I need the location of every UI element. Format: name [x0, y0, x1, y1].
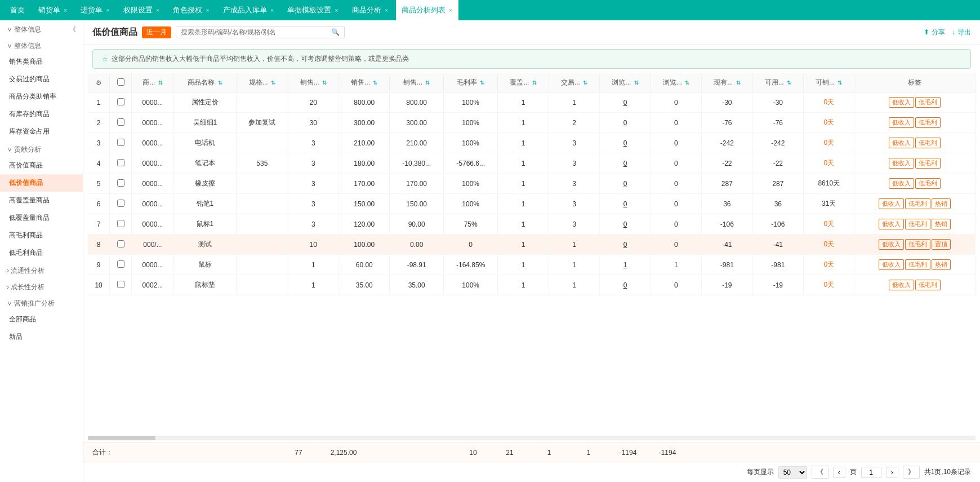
row-checkbox[interactable]: [117, 98, 124, 105]
col-sale3: 销售... ⇅: [390, 73, 443, 92]
sidebar-item-高毛利商品[interactable]: 高毛利商品: [0, 227, 83, 244]
row-checkbox[interactable]: [117, 240, 124, 247]
tag-badge: 低毛利: [915, 158, 941, 169]
cell-sale3: 210.00: [390, 133, 443, 153]
sidebar-item-库存资金占用[interactable]: 库存资金占用: [0, 123, 83, 140]
tag-badge: 低毛利: [905, 198, 930, 209]
cell-browse2: 0: [651, 214, 701, 235]
last-page-button[interactable]: 》: [903, 466, 920, 479]
page-number-input[interactable]: [861, 467, 881, 478]
sidebar-item-高覆盖量商品[interactable]: 高覆盖量商品: [0, 192, 83, 209]
cell-checkbox[interactable]: [110, 275, 132, 295]
sidebar-item-低覆盖量商品[interactable]: 低覆盖量商品: [0, 209, 83, 227]
select-all-checkbox[interactable]: [117, 78, 124, 86]
close-icon[interactable]: ×: [156, 7, 159, 14]
time-tag[interactable]: 近一月: [142, 26, 171, 38]
cell-checkbox[interactable]: [110, 133, 132, 153]
row-checkbox[interactable]: [117, 220, 124, 227]
sidebar-group-整体信息[interactable]: ∨ 整体信息: [0, 37, 83, 53]
pagination-bar: 每页显示 50 100 200 《 ‹ 页 › 》 共1页,10条记录: [83, 462, 980, 482]
cell-sale1: 3: [288, 214, 338, 235]
tag-badge: 低毛利: [915, 97, 941, 108]
sidebar-group-整体信息[interactable]: ∨ 整体信息 《: [0, 20, 83, 37]
cell-browse2: 0: [651, 133, 701, 153]
cell-saleable: 8610天: [804, 174, 854, 194]
sidebar-item-有库存的商品[interactable]: 有库存的商品: [0, 105, 83, 123]
sidebar-item-低价值商品[interactable]: 低价值商品: [0, 174, 83, 192]
nav-item-权限设置[interactable]: 权限设置×: [118, 0, 165, 20]
cell-code: 0002...: [132, 275, 174, 295]
cell-checkbox[interactable]: [110, 214, 132, 235]
cell-cover: 1: [498, 174, 549, 194]
sidebar: ∨ 整体信息 《 ∨ 整体信息销售类商品交易过的商品商品分类助销率有库存的商品库…: [0, 20, 83, 482]
sidebar-item-低毛利商品[interactable]: 低毛利商品: [0, 244, 83, 262]
prev-page-button[interactable]: ‹: [833, 467, 845, 478]
nav-item-首页[interactable]: 首页: [5, 0, 30, 20]
horizontal-scrollbar[interactable]: [88, 436, 975, 440]
row-checkbox[interactable]: [117, 281, 124, 288]
nav-item-角色授权[interactable]: 角色授权×: [167, 0, 215, 20]
scrollbar-thumb[interactable]: [88, 436, 155, 440]
close-icon[interactable]: ×: [385, 7, 388, 14]
tag-badge: 热销: [932, 259, 951, 270]
close-icon[interactable]: ×: [64, 7, 67, 14]
tag-badge: 低毛利: [915, 280, 941, 290]
cell-checkbox[interactable]: [110, 255, 132, 275]
col-spec: 规格... ⇅: [237, 73, 288, 92]
sidebar-group-营销推广分析[interactable]: ∨ 营销推广分析: [0, 294, 83, 311]
sidebar-item-交易过的商品[interactable]: 交易过的商品: [0, 70, 83, 88]
cell-sale3: 35.00: [390, 275, 443, 295]
nav-item-商品分析列表[interactable]: 商品分析列表×: [396, 0, 458, 20]
cell-current: 36: [702, 194, 752, 214]
nav-item-进货单[interactable]: 进货单×: [75, 0, 115, 20]
share-button[interactable]: ⬆ 分享: [924, 28, 945, 37]
page-size-select[interactable]: 50 100 200: [778, 466, 807, 479]
cell-name: 笔记本: [173, 153, 236, 174]
row-checkbox[interactable]: [117, 139, 124, 146]
sidebar-group-流通性分析[interactable]: › 流通性分析: [0, 262, 83, 278]
close-icon[interactable]: ×: [335, 7, 338, 14]
search-box[interactable]: 🔍: [176, 26, 345, 38]
col-tags: 标签: [854, 73, 975, 92]
close-icon[interactable]: ×: [206, 7, 209, 14]
nav-item-产成品入库单[interactable]: 产成品入库单×: [217, 0, 279, 20]
cell-spec: [237, 194, 288, 214]
cell-browse1[interactable]: 1: [600, 255, 651, 275]
nav-item-销货单[interactable]: 销货单×: [33, 0, 73, 20]
sidebar-item-全部商品[interactable]: 全部商品: [0, 311, 83, 328]
close-icon[interactable]: ×: [449, 7, 452, 14]
col-checkbox[interactable]: [110, 73, 132, 92]
row-checkbox[interactable]: [117, 200, 124, 207]
search-input[interactable]: [181, 28, 329, 36]
row-checkbox[interactable]: [117, 179, 124, 187]
cell-checkbox[interactable]: [110, 174, 132, 194]
tag-badge: 低收入: [889, 178, 914, 189]
export-button[interactable]: ↓ 导出: [952, 28, 971, 37]
cell-available: -981: [752, 255, 803, 275]
first-page-button[interactable]: 《: [812, 466, 828, 479]
nav-item-单据模板设置[interactable]: 单据模板设置×: [282, 0, 344, 20]
row-checkbox[interactable]: [117, 118, 124, 126]
cell-current: -41: [702, 235, 752, 255]
next-page-button[interactable]: ›: [886, 467, 898, 478]
close-icon[interactable]: ×: [106, 7, 109, 14]
sidebar-group-贡献分析[interactable]: ∨ 贡献分析: [0, 140, 83, 157]
close-icon[interactable]: ×: [270, 7, 274, 14]
row-checkbox[interactable]: [117, 159, 124, 166]
sidebar-item-商品分类助销率[interactable]: 商品分类助销率: [0, 88, 83, 105]
col-settings[interactable]: ⚙: [88, 73, 110, 92]
collapse-icon: 《: [69, 25, 76, 34]
row-checkbox[interactable]: [117, 260, 124, 268]
sidebar-item-高价值商品[interactable]: 高价值商品: [0, 157, 83, 174]
sidebar-item-销售类商品[interactable]: 销售类商品: [0, 53, 83, 70]
sidebar-item-新品[interactable]: 新品: [0, 328, 83, 346]
cell-checkbox[interactable]: [110, 92, 132, 113]
nav-item-商品分析[interactable]: 商品分析×: [346, 0, 394, 20]
cell-code: 0000...: [132, 255, 174, 275]
cell-checkbox[interactable]: [110, 194, 132, 214]
cell-checkbox[interactable]: [110, 153, 132, 174]
tag-badge: 置顶: [932, 239, 951, 250]
cell-checkbox[interactable]: [110, 113, 132, 133]
cell-checkbox[interactable]: [110, 235, 132, 255]
sidebar-group-成长性分析[interactable]: › 成长性分析: [0, 278, 83, 294]
